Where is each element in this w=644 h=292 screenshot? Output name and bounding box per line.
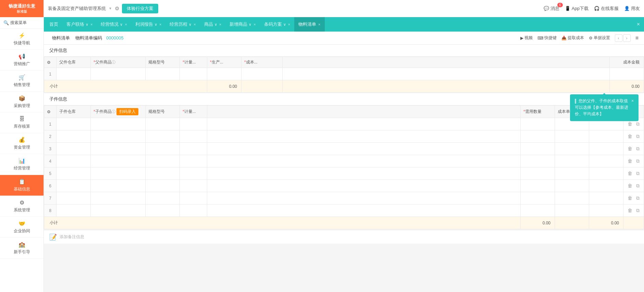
- child-row-8-delete-icon[interactable]: 🗑: [626, 208, 634, 213]
- sidebar-item-inventory[interactable]: 🗄 库存核算: [0, 113, 44, 133]
- shortcut-link[interactable]: ⌨ 快捷键: [537, 35, 557, 41]
- child-row-5-unitcost[interactable]: [555, 167, 589, 180]
- child-row-3-product[interactable]: [91, 143, 146, 155]
- parent-row-1-spec[interactable]: [146, 68, 180, 80]
- child-row-2-warehouse[interactable]: [57, 130, 91, 143]
- child-row-7-spec[interactable]: [146, 192, 180, 205]
- child-row-3-unit[interactable]: [180, 143, 207, 155]
- sidebar-item-guide[interactable]: 🏫 新手引导: [0, 238, 44, 259]
- user-menu[interactable]: 👤 用友: [624, 5, 640, 12]
- child-row-3-unitcost[interactable]: [555, 143, 589, 155]
- child-row-2-copy-icon[interactable]: ⧉: [635, 133, 641, 139]
- child-row-6-product[interactable]: [91, 180, 146, 192]
- child-row-8-unitcost[interactable]: [555, 205, 589, 217]
- tab-operation-status[interactable]: 经营情况 ∨ ×: [97, 17, 131, 32]
- child-row-8-product[interactable]: [91, 205, 146, 217]
- tab-home[interactable]: 首页: [45, 17, 62, 32]
- tab-customer-close[interactable]: ×: [90, 22, 92, 26]
- child-row-4-product[interactable]: [91, 155, 146, 167]
- tab-barcode-close[interactable]: ×: [288, 22, 290, 26]
- child-row-6-warehouse[interactable]: [57, 180, 91, 192]
- child-row-6-unitcost[interactable]: [555, 180, 589, 192]
- sidebar-item-search[interactable]: 🔍 搜索菜单: [0, 17, 44, 29]
- child-row-8-qty[interactable]: [521, 205, 555, 217]
- child-row-1-delete-icon[interactable]: 🗑: [626, 121, 634, 127]
- child-row-1-warehouse[interactable]: [57, 118, 91, 130]
- tab-profit-report[interactable]: 利润报告 ∨ ×: [131, 17, 165, 32]
- tab-bom-close[interactable]: ×: [318, 22, 320, 26]
- tab-new-goods[interactable]: 新增商品 ∨ ×: [225, 17, 260, 32]
- child-row-2-qty[interactable]: [521, 130, 555, 143]
- sidebar-item-operation[interactable]: 📊 经营管理: [0, 154, 44, 175]
- child-row-8-unit[interactable]: [180, 205, 207, 217]
- child-row-2-unit[interactable]: [180, 130, 207, 143]
- sidebar-item-purchase[interactable]: 📦 采购管理: [0, 92, 44, 113]
- child-row-1-unit[interactable]: [180, 118, 207, 130]
- child-row-8-copy-icon[interactable]: ⧉: [635, 208, 641, 213]
- grid-view-icon[interactable]: ≡: [635, 35, 639, 41]
- child-row-1-copy-icon[interactable]: ⧉: [635, 121, 641, 127]
- parent-row-1-product[interactable]: [91, 68, 146, 80]
- tab-op-history-close[interactable]: ×: [194, 22, 196, 26]
- system-dropdown-icon[interactable]: ▼: [109, 7, 112, 10]
- child-row-6-unit[interactable]: [180, 180, 207, 192]
- tab-bom[interactable]: 物料清单 ×: [294, 17, 324, 32]
- child-row-1-qty[interactable]: [521, 118, 555, 130]
- close-all-tabs-button[interactable]: ×: [634, 21, 643, 27]
- child-row-3-delete-icon[interactable]: 🗑: [626, 146, 634, 151]
- notes-icon[interactable]: 📝: [49, 233, 57, 241]
- nav-prev-button[interactable]: ‹: [615, 34, 622, 42]
- scan-input-button[interactable]: 扫码录入: [116, 108, 138, 115]
- child-row-5-delete-icon[interactable]: 🗑: [626, 171, 634, 176]
- child-row-5-qty[interactable]: [521, 167, 555, 180]
- child-row-8-warehouse[interactable]: [57, 205, 91, 217]
- tab-profit-close[interactable]: ×: [159, 22, 161, 26]
- sidebar-item-enterprise[interactable]: 🤝 企业协同: [0, 217, 44, 238]
- child-row-7-unit[interactable]: [180, 192, 207, 205]
- tab-new-goods-close[interactable]: ×: [253, 22, 256, 26]
- single-settings-link[interactable]: ⚙ 单据设置: [589, 35, 610, 41]
- parent-row-1-produce[interactable]: [207, 68, 242, 80]
- child-row-8-spec[interactable]: [146, 205, 180, 217]
- child-row-4-qty[interactable]: [521, 155, 555, 167]
- settings-icon[interactable]: ⚙: [115, 5, 119, 12]
- child-row-3-copy-icon[interactable]: ⧉: [635, 146, 641, 151]
- child-row-4-copy-icon[interactable]: ⧉: [635, 158, 641, 164]
- child-row-3-qty[interactable]: [521, 143, 555, 155]
- sidebar-item-marketing[interactable]: 📢 营销推广: [0, 50, 44, 71]
- child-row-5-unit[interactable]: [180, 167, 207, 180]
- sidebar-item-system[interactable]: ⚙ 系统管理: [0, 196, 44, 217]
- nav-next-button[interactable]: ›: [623, 34, 631, 42]
- tab-goods-close[interactable]: ×: [219, 22, 221, 26]
- sidebar-item-basic-info[interactable]: 📋 基础信息: [0, 175, 44, 196]
- child-row-5-product[interactable]: [91, 167, 146, 180]
- sidebar-item-sales[interactable]: 🛒 销售管理: [0, 71, 44, 92]
- message-button[interactable]: 💬 消息 6: [544, 5, 559, 12]
- child-row-6-copy-icon[interactable]: ⧉: [635, 183, 641, 188]
- tab-customer[interactable]: 客户联络 ∨ ×: [62, 17, 97, 32]
- child-row-4-warehouse[interactable]: [57, 155, 91, 167]
- tooltip-close-button[interactable]: ×: [631, 98, 634, 104]
- child-row-2-delete-icon[interactable]: 🗑: [626, 133, 634, 139]
- breadcrumb-bom-list[interactable]: 物料清单: [49, 35, 73, 41]
- tab-op-status-close[interactable]: ×: [125, 22, 127, 26]
- tab-goods[interactable]: 商品 ∨ ×: [200, 17, 225, 32]
- parent-th-settings[interactable]: ⚙: [44, 57, 57, 68]
- child-row-4-unitcost[interactable]: [555, 155, 589, 167]
- tab-barcode[interactable]: 条码方案 ∨ ×: [260, 17, 294, 32]
- app-download-button[interactable]: 📱 App下载: [565, 5, 589, 12]
- view-video-link[interactable]: ▶ 视频: [520, 35, 533, 41]
- child-row-2-spec[interactable]: [146, 130, 180, 143]
- child-row-2-unitcost[interactable]: [555, 130, 589, 143]
- child-row-6-spec[interactable]: [146, 180, 180, 192]
- child-row-4-spec[interactable]: [146, 155, 180, 167]
- extract-cost-link[interactable]: 📥 提取成本: [561, 35, 584, 41]
- trial-button[interactable]: 体验行业方案: [122, 4, 158, 13]
- child-row-6-delete-icon[interactable]: 🗑: [626, 183, 634, 188]
- child-row-7-unitcost[interactable]: [555, 192, 589, 205]
- parent-row-1-warehouse[interactable]: [57, 68, 91, 80]
- parent-row-1-cost[interactable]: [242, 68, 283, 80]
- child-row-5-warehouse[interactable]: [57, 167, 91, 180]
- child-row-5-spec[interactable]: [146, 167, 180, 180]
- breadcrumb-bom-code[interactable]: 物料清单编码: [73, 35, 105, 41]
